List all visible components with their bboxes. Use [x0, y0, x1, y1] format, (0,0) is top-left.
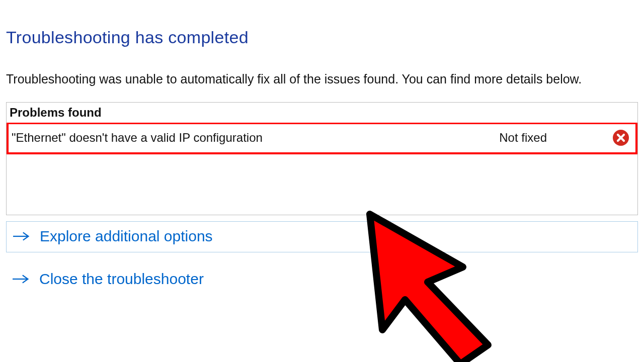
error-icon	[612, 129, 629, 146]
problems-header: Problems found	[7, 103, 637, 124]
problems-empty-space	[7, 154, 637, 215]
explore-label: Explore additional options	[40, 228, 213, 245]
problem-row[interactable]: "Ethernet" doesn't have a valid IP confi…	[7, 124, 637, 154]
explore-additional-options[interactable]: Explore additional options	[6, 221, 638, 252]
description-text: Troubleshooting was unable to automatica…	[6, 70, 638, 88]
page-heading: Troubleshooting has completed	[6, 28, 638, 47]
problems-found-box: Problems found "Ethernet" doesn't have a…	[6, 102, 638, 215]
close-troubleshooter[interactable]: Close the troubleshooter	[6, 258, 638, 288]
arrow-right-icon	[12, 230, 31, 242]
arrow-right-icon	[11, 273, 30, 285]
problem-status: Not fixed	[499, 131, 547, 145]
close-label: Close the troubleshooter	[39, 270, 204, 288]
problem-description: "Ethernet" doesn't have a valid IP confi…	[12, 131, 499, 145]
